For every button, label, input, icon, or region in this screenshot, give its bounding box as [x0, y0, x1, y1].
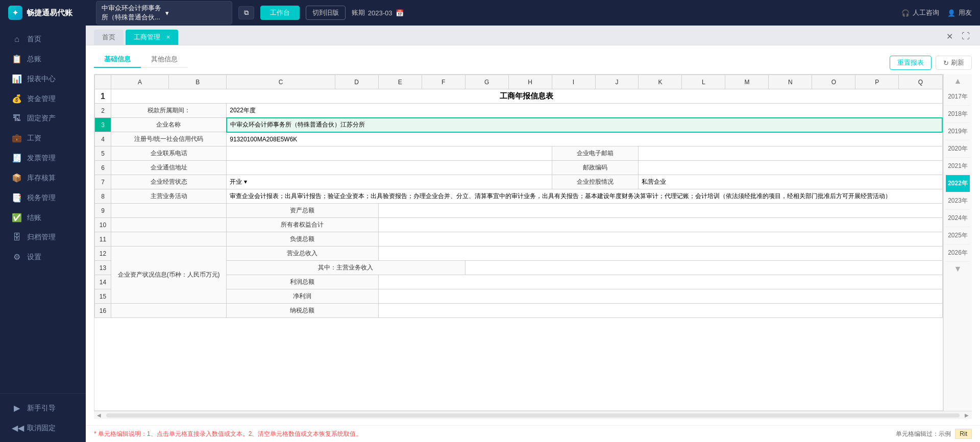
bottom-bar-right: 单元格编辑过：示例 Rit	[896, 429, 972, 439]
cell-label: 企业控股情况	[552, 175, 639, 189]
sidebar-bottom: ▶ 新手引导 ◀◀ 取消固定	[0, 394, 86, 438]
tab-home[interactable]: 首页	[94, 30, 124, 45]
user-icon: 👤	[947, 9, 955, 17]
scroll-right-button[interactable]: ▶	[962, 411, 972, 420]
col-header-p: P	[855, 75, 899, 89]
top-header: ✦ 畅捷通易代账 中审众环会计师事务所（特殊普通合伙... ▾ ⧉ 工作台 切到…	[0, 0, 980, 26]
spreadsheet-wrapper: A B C D E F G H I J	[94, 74, 972, 411]
year-item[interactable]: 2024年	[946, 210, 970, 227]
period-value: 2023-03	[368, 9, 393, 17]
cell-value[interactable]: 私营企业	[639, 175, 942, 189]
cell-value[interactable]: 91320100MA208E5W6K	[227, 132, 942, 146]
bottom-bar: * 单元格编辑说明：1、点击单元格直接录入数值或文本。2、清空单元格数值或文本恢…	[86, 425, 980, 442]
col-header-c: C	[227, 75, 335, 89]
sidebar-item-invoice[interactable]: 🧾发票管理	[0, 148, 86, 168]
close-window-button[interactable]: ✕	[943, 30, 955, 42]
row-number: 4	[95, 132, 111, 146]
scroll-left-button[interactable]: ◀	[94, 411, 104, 420]
cell-label: 邮政编码	[552, 161, 639, 175]
cell-value[interactable]	[378, 289, 942, 304]
sidebar-item-salary[interactable]: 💼工资	[0, 128, 86, 148]
cell-value[interactable]: 开业 ▾	[227, 175, 552, 189]
sidebar-item-unpin[interactable]: ◀◀ 取消固定	[0, 418, 86, 438]
main-layout: ⌂首页📋总账📊报表中心💰资金管理🏗固定资产💼工资🧾发票管理📦库存核算📑税务管理✅…	[0, 26, 980, 442]
tab-close-button[interactable]: ×	[166, 33, 170, 41]
company-selector[interactable]: 中审众环会计师事务所（特殊普通合伙... ▾	[96, 1, 232, 24]
cell-value[interactable]	[378, 218, 942, 232]
sidebar-item-archive[interactable]: 🗄归档管理	[0, 228, 86, 247]
row-number: 10	[95, 218, 111, 232]
company-name-cell[interactable]: 中审众环会计师事务所（特殊普通合伙）江苏分所	[227, 118, 942, 132]
consult-area[interactable]: 🎧 人工咨询	[901, 8, 939, 17]
row-number: 8	[95, 189, 111, 204]
workbench-button[interactable]: 工作台	[260, 6, 300, 20]
switch-version-button[interactable]: 切到旧版	[306, 6, 346, 20]
capital-icon: 💰	[12, 94, 22, 104]
cell-value[interactable]	[378, 204, 942, 218]
expand-window-button[interactable]: ⛶	[960, 30, 972, 42]
cell-value[interactable]	[378, 304, 942, 318]
col-header-e: E	[378, 75, 422, 89]
refresh-button[interactable]: ↻ 刷新	[936, 56, 972, 70]
cell-value[interactable]	[227, 146, 552, 161]
sub-tab-basic[interactable]: 基础信息	[94, 52, 141, 68]
cell-value[interactable]: 2022年度	[227, 104, 942, 118]
reset-report-button[interactable]: 重置报表	[890, 56, 932, 70]
cell-value[interactable]	[378, 247, 942, 261]
cell-value[interactable]: 审查企业会计报表；出具审计报告；验证企业资本；出具验资报告；办理企业合并、分立、…	[227, 189, 942, 204]
col-header-k: K	[639, 75, 682, 89]
cell-value[interactable]	[378, 232, 942, 247]
sidebar-item-label-newbie: 新手引导	[27, 404, 56, 413]
sidebar-item-label-invoice: 发票管理	[27, 154, 56, 163]
cell-value[interactable]	[378, 275, 942, 289]
cell-value[interactable]	[639, 146, 942, 161]
year-nav-down-button[interactable]: ▼	[949, 262, 967, 276]
year-item[interactable]: 2025年	[946, 227, 970, 244]
title-cell[interactable]: 工商年报信息表	[111, 89, 943, 104]
chevron-down-icon: ▾	[165, 9, 226, 17]
cell-label: 企业通信地址	[111, 161, 227, 175]
arrow-right-icon: ▶	[12, 403, 22, 413]
cell-label: 其中：主营业务收入	[227, 261, 465, 275]
table-row: 11 负债总额	[95, 232, 943, 247]
cell-label	[111, 218, 227, 232]
table-row: 3 企业名称 中审众环会计师事务所（特殊普通合伙）江苏分所	[95, 118, 943, 132]
calendar-icon[interactable]: 📅	[396, 9, 404, 17]
year-item[interactable]: 2017年	[946, 88, 970, 106]
year-item[interactable]: 2018年	[946, 106, 970, 123]
copy-button[interactable]: ⧉	[238, 6, 254, 19]
sidebar-item-label-unpin: 取消固定	[27, 424, 56, 433]
row-number: 2	[95, 104, 111, 118]
sidebar-item-ledger[interactable]: 📋总账	[0, 49, 86, 69]
cell-value[interactable]	[227, 161, 552, 175]
sidebar-item-home[interactable]: ⌂首页	[0, 30, 86, 49]
sidebar-item-capital[interactable]: 💰资金管理	[0, 89, 86, 109]
sidebar-item-tax[interactable]: 📑税务管理	[0, 188, 86, 208]
year-item[interactable]: 2021年	[946, 158, 970, 175]
col-header-h: H	[508, 75, 552, 89]
sidebar-item-newbie[interactable]: ▶ 新手引导	[0, 398, 86, 418]
sidebar-item-inventory[interactable]: 📦库存核算	[0, 168, 86, 188]
sub-tab-other[interactable]: 其他信息	[141, 52, 188, 68]
user-area[interactable]: 👤 用友	[947, 8, 972, 17]
logo-icon: ✦	[8, 6, 22, 20]
spreadsheet-container[interactable]: A B C D E F G H I J	[94, 74, 943, 411]
tab-business[interactable]: 工商管理 ×	[126, 30, 178, 45]
year-item[interactable]: 2019年	[946, 123, 970, 140]
year-item[interactable]: 2020年	[946, 140, 970, 158]
table-row: 2 税款所属期间： 2022年度	[95, 104, 943, 118]
scroll-track[interactable]	[106, 413, 960, 418]
cell-value[interactable]	[639, 161, 942, 175]
year-item[interactable]: 2026年	[946, 244, 970, 262]
sidebar-item-assets[interactable]: 🏗固定资产	[0, 109, 86, 128]
year-item[interactable]: 2023年	[946, 192, 970, 210]
sidebar-item-checkout[interactable]: ✅结账	[0, 208, 86, 228]
table-row: 6 企业通信地址 邮政编码	[95, 161, 943, 175]
sidebar-item-report[interactable]: 📊报表中心	[0, 69, 86, 89]
sidebar-item-settings[interactable]: ⚙设置	[0, 247, 86, 267]
year-nav-up-button[interactable]: ▲	[949, 74, 967, 88]
year-item[interactable]: 2022年	[946, 175, 970, 192]
horizontal-scrollbar[interactable]: ◀ ▶	[94, 411, 972, 419]
cell-value[interactable]	[465, 261, 942, 275]
refresh-icon: ↻	[943, 59, 949, 67]
